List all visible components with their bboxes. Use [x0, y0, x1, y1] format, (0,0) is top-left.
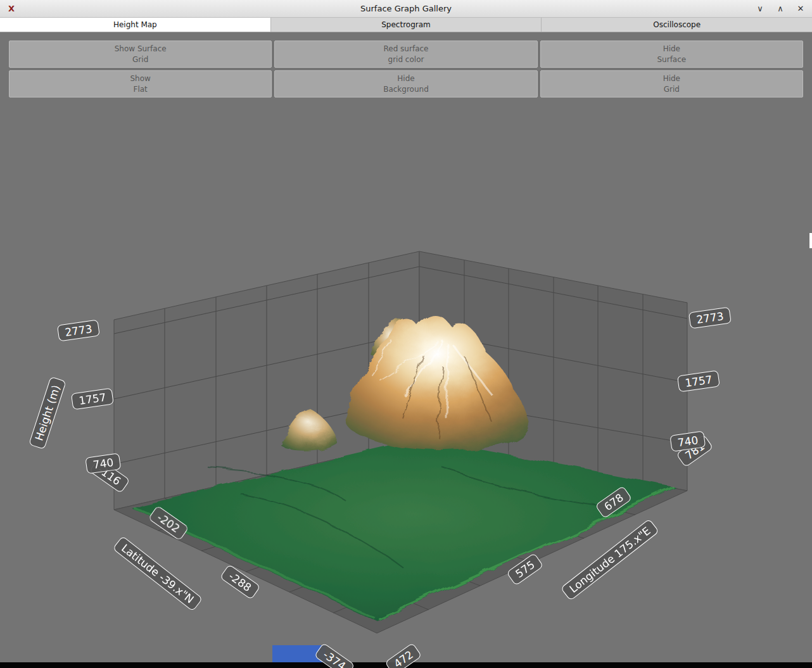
button-label-line1: Hide: [663, 73, 680, 84]
tab-oscilloscope[interactable]: Oscilloscope: [542, 18, 812, 32]
show-flat-button[interactable]: Show Flat: [9, 70, 272, 98]
titlebar: X Surface Graph Gallery ∨ ∧ ✕: [0, 0, 812, 18]
button-label-line2: Surface: [657, 54, 686, 65]
button-label-line1: Show Surface: [115, 44, 167, 54]
window-controls: ∨ ∧ ✕: [755, 4, 806, 13]
close-button[interactable]: ✕: [796, 4, 806, 13]
app-icon: X: [6, 4, 16, 14]
terrain-3d-svg: [0, 0, 812, 668]
window-edge-artifact: [809, 233, 812, 248]
button-label-line1: Hide: [397, 73, 414, 84]
button-label-line1: Red surface: [384, 44, 429, 54]
maximize-button[interactable]: ∧: [775, 4, 785, 13]
window-title: Surface Graph Gallery: [0, 4, 812, 13]
hide-grid-button[interactable]: Hide Grid: [540, 70, 803, 98]
show-surface-grid-button[interactable]: Show Surface Grid: [9, 41, 272, 68]
hide-background-button[interactable]: Hide Background: [274, 70, 537, 98]
button-label-line2: Grid: [664, 84, 680, 95]
button-label-line2: Background: [383, 84, 429, 95]
button-label-line1: Show: [130, 73, 150, 84]
tab-height-map[interactable]: Height Map: [0, 18, 271, 32]
button-label-line2: Grid: [132, 54, 148, 65]
button-label-line2: grid color: [388, 54, 424, 65]
minimize-button[interactable]: ∨: [755, 4, 765, 13]
hide-surface-button[interactable]: Hide Surface: [540, 41, 803, 68]
toolbar: Show Surface Grid Red surface grid color…: [0, 32, 812, 98]
tab-spectrogram[interactable]: Spectrogram: [271, 18, 542, 32]
surface-graph-canvas[interactable]: [0, 0, 812, 668]
button-label-line2: Flat: [134, 84, 148, 95]
red-surface-grid-color-button[interactable]: Red surface grid color: [274, 41, 537, 68]
tab-bar: Height Map Spectrogram Oscilloscope: [0, 18, 812, 32]
button-label-line1: Hide: [663, 44, 680, 54]
